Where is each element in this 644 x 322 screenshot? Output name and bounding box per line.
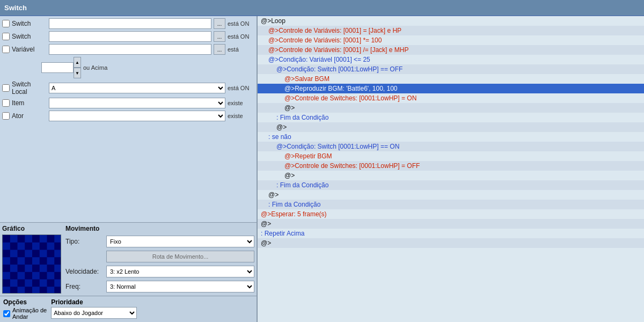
- event-line[interactable]: @>Repetir BGM: [258, 151, 644, 161]
- var-status: está: [228, 46, 254, 53]
- freq-row: Freq: 1: Mínimo 2: Baixo 3: Normal 4: Al…: [65, 281, 254, 292]
- event-text: @>Condição: Switch [0001:LowHP] == ON: [276, 143, 399, 150]
- event-line[interactable]: @>: [258, 190, 644, 200]
- prioridade-dropdown[interactable]: Abaixo do Jogador Mesmo Nível do Jogador…: [51, 307, 137, 319]
- ator-label: Ator: [12, 112, 47, 120]
- event-line[interactable]: : se não: [258, 132, 644, 142]
- event-text: @>: [261, 239, 271, 247]
- event-line[interactable]: @>Condição: Switch [0001:LowHP] == ON: [258, 142, 644, 151]
- switch2-status: está ON: [228, 33, 254, 40]
- var-input[interactable]: [49, 44, 211, 55]
- event-text: @>: [284, 172, 295, 179]
- event-line[interactable]: @>: [258, 219, 644, 229]
- switch2-label: Switch: [12, 33, 47, 40]
- rota-row: Rota de Movimento...: [65, 251, 254, 262]
- andar-checkbox[interactable]: [3, 310, 10, 317]
- ator-dropdown[interactable]: [49, 111, 225, 121]
- andar-row: Animação deAndar: [3, 307, 47, 320]
- switch-local-checkbox[interactable]: [2, 84, 10, 92]
- switch2-checkbox[interactable]: [2, 33, 10, 40]
- event-line[interactable]: @>Controle de Variáveis: [0001] = [Jack]…: [258, 26, 644, 35]
- var-ellipsis-btn[interactable]: ...: [214, 44, 225, 55]
- tipo-row: Tipo: Fixo Aleatório Aproximar Afastar: [65, 236, 254, 247]
- event-text: @>Controle de Variáveis: [0001] /= [Jack…: [268, 46, 408, 54]
- conditions-area: Switch ... está ON Switch ... está ON Va…: [0, 16, 257, 222]
- switch1-status: está ON: [228, 20, 254, 27]
- condition-switch2: Switch ... está ON: [2, 31, 254, 42]
- event-line[interactable]: @>: [258, 122, 644, 132]
- switch1-input[interactable]: [49, 18, 211, 29]
- freq-dropdown[interactable]: 1: Mínimo 2: Baixo 3: Normal 4: Alto 5: …: [106, 281, 254, 292]
- event-text: @>: [261, 220, 271, 228]
- event-line[interactable]: @>Controle de Variáveis: [0001] /= [Jack…: [258, 45, 644, 55]
- event-line[interactable]: : Fim da Condição: [258, 113, 644, 122]
- condition-switch-local: SwitchLocal ABCD está ON: [2, 80, 254, 96]
- spinbox-container: ▲ ▼: [41, 57, 81, 78]
- event-text: @>Controle de Switches: [0001:LowHP] = O…: [284, 94, 416, 102]
- switch2-ellipsis-btn[interactable]: ...: [214, 31, 225, 42]
- event-text: : Fim da Condição: [276, 181, 328, 189]
- switch-local-dropdown[interactable]: ABCD: [49, 83, 225, 93]
- condition-ator: Ator existe: [2, 111, 254, 121]
- switch1-label: Switch: [12, 20, 47, 27]
- switch1-checkbox[interactable]: [2, 20, 10, 27]
- event-text: : se não: [268, 133, 291, 141]
- left-panel: Switch ... está ON Switch ... está ON Va…: [0, 16, 258, 322]
- event-line[interactable]: @>: [258, 171, 644, 180]
- event-text: @>: [276, 123, 287, 131]
- ator-checkbox[interactable]: [2, 112, 10, 120]
- spinbox-row: ▲ ▼ ou Acima: [2, 57, 254, 78]
- tipo-label: Tipo:: [65, 238, 103, 245]
- bottom-section: Gráfico Movimento Tipo: Fixo Aleatório A…: [0, 222, 257, 296]
- spinbox-suffix: ou Acima: [83, 64, 107, 71]
- opcoes-panel: Opções Animação deAndar: [3, 298, 47, 320]
- event-text: @>Condição: Switch [0001:LowHP] == OFF: [276, 65, 402, 73]
- event-line[interactable]: @>Controle de Variáveis: [0001] *= 100: [258, 35, 644, 45]
- right-panel[interactable]: @>Loop@>Controle de Variáveis: [0001] = …: [258, 16, 644, 322]
- event-text: : Fim da Condição: [268, 201, 320, 208]
- event-line[interactable]: @>Loop: [258, 16, 644, 26]
- event-line[interactable]: @>Reproduzir BGM: 'Battle6', 100, 100: [258, 84, 644, 93]
- event-text: : Fim da Condição: [276, 114, 328, 121]
- event-line[interactable]: : Fim da Condição: [258, 200, 644, 209]
- velocidade-dropdown[interactable]: 1: x4 Lento 2: x3 Lento 3: x2 Lento 4: N…: [106, 266, 254, 277]
- event-line[interactable]: @>Condição: Switch [0001:LowHP] == OFF: [258, 64, 644, 74]
- event-text: @>Condição: Variável [0001] <= 25: [268, 56, 370, 63]
- spinbox-down-btn[interactable]: ▼: [74, 68, 81, 78]
- main-container: Switch ... está ON Switch ... está ON Va…: [0, 16, 644, 322]
- grafico-canvas: [2, 235, 61, 294]
- event-line[interactable]: @>Controle de Switches: [0001:LowHP] = O…: [258, 161, 644, 171]
- event-text: @>Controle de Variáveis: [0001] *= 100: [268, 36, 382, 44]
- velocidade-row: Velocidade: 1: x4 Lento 2: x3 Lento 3: x…: [65, 266, 254, 277]
- switch1-ellipsis-btn[interactable]: ...: [214, 18, 225, 29]
- freq-label: Freq:: [65, 283, 103, 290]
- event-text: @>Repetir BGM: [284, 152, 332, 160]
- event-line[interactable]: : Fim da Condição: [258, 180, 644, 190]
- spinbox-up-btn[interactable]: ▲: [74, 57, 81, 68]
- event-line[interactable]: @>Salvar BGM: [258, 74, 644, 84]
- grafico-panel: Gráfico: [2, 225, 61, 294]
- event-line[interactable]: @>Condição: Variável [0001] <= 25: [258, 55, 644, 64]
- condition-switch1: Switch ... está ON: [2, 18, 254, 29]
- event-line[interactable]: @>: [258, 103, 644, 113]
- item-dropdown[interactable]: [49, 98, 225, 108]
- event-text: @>: [284, 104, 295, 112]
- event-text: @>Loop: [261, 17, 286, 25]
- condition-var: Variável ... está: [2, 44, 254, 55]
- switch2-input[interactable]: [49, 31, 211, 42]
- switch-local-label: SwitchLocal: [12, 80, 47, 96]
- event-line[interactable]: @>: [258, 238, 644, 248]
- event-text: @>Salvar BGM: [284, 75, 330, 83]
- options-priority: Opções Animação deAndar Prioridade Abaix…: [0, 296, 257, 322]
- var-checkbox[interactable]: [2, 46, 10, 53]
- event-text: @>Reproduzir BGM: 'Battle6', 100, 100: [284, 85, 398, 92]
- tipo-dropdown[interactable]: Fixo Aleatório Aproximar Afastar: [106, 236, 254, 247]
- var-label: Variável: [12, 46, 47, 53]
- item-checkbox[interactable]: [2, 99, 10, 107]
- spinbox-input[interactable]: [41, 62, 74, 73]
- event-line[interactable]: : Repetir Acima: [258, 229, 644, 238]
- rota-btn[interactable]: Rota de Movimento...: [106, 251, 254, 262]
- event-line[interactable]: @>Controle de Switches: [0001:LowHP] = O…: [258, 93, 644, 103]
- top-bar-label: Switch: [4, 4, 27, 12]
- event-line[interactable]: @>Esperar: 5 frame(s): [258, 209, 644, 219]
